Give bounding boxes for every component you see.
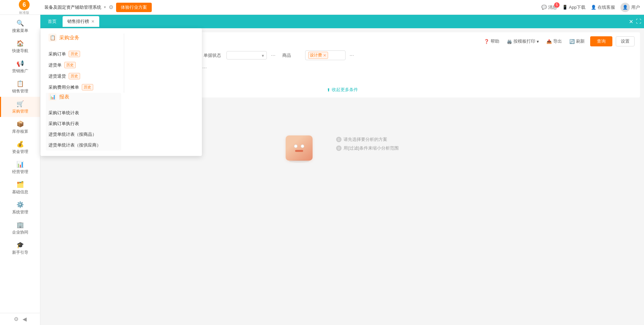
print-label: 按模板打印 [513,38,535,44]
refresh-icon: 🔄 [569,39,575,44]
help-label: 帮助 [491,38,499,44]
salesperson-dots[interactable]: ··· [201,65,208,71]
empty-hint1: 请先选择要分析的方案 [344,135,387,144]
message-icon: 💬 [541,5,547,10]
online-service-item[interactable]: 👤 在线客服 [591,4,615,10]
collapse-btn[interactable]: ⬆ 收起更多条件 [327,85,358,93]
menu-section-purchase: 📋 采购业务 采购订单 历史 进货单 历史 进货退货 历史 采购费用分摊单 历史 [46,34,121,93]
doc-status-select-wrap[interactable] [226,51,267,59]
print-btn[interactable]: 🖨️ 按模板打印 ▾ [505,37,541,46]
sidebar-item-search[interactable]: 🔍 搜索菜单 [0,16,40,36]
step1-num: ① [336,137,342,142]
menu-divider [124,34,124,93]
home-icon: 🏠 [16,40,24,47]
doc-status-label: 单据状态 [204,52,224,58]
menu-item-order-summary-label: 采购订单统计表 [48,110,79,116]
doc-status-dots[interactable]: ··· [270,52,277,58]
search-icon: 🔍 [16,19,24,27]
logo-icon: 6 [19,0,30,10]
menu-section-report: 📊 报表 采购订单统计表 采购订单执行表 进货单统计表（按商品） 进货单统计表（… [46,93,121,151]
collapse-label: 收起更多条件 [332,87,358,93]
user-item[interactable]: 👤 用户 [620,3,640,12]
report-section-icon: 📊 [48,93,57,101]
message-item[interactable]: 💬 消息 5 [541,4,557,10]
print-icon: 🖨️ [507,39,512,44]
goods-dots[interactable]: ··· [348,52,355,58]
tab-sales-rank[interactable]: 销售排行榜 ✕ [63,16,99,27]
menu-item-purchase-order[interactable]: 采购订单 历史 [48,48,118,59]
sidebar-item-system[interactable]: ⚙️ 系统管理 [0,198,40,218]
refresh-label: 刷新 [576,38,585,44]
menu-item-order-summary[interactable]: 采购订单统计表 [48,108,118,118]
sidebar-purchase-label: 采购管理 [12,109,28,114]
sidebar-collapse-icon[interactable]: ◀ [23,316,27,322]
menu-section-report-label: 报表 [59,94,69,100]
sidebar-item-capital[interactable]: 💰 资金管理 [0,137,40,157]
tab-bar-expand-icon[interactable]: ⛶ [636,18,641,25]
step2-num: ② [336,146,342,151]
enterprise-icon: 🏢 [16,221,24,229]
sidebar-item-enterprise[interactable]: 🏢 企业协同 [0,218,40,238]
sidebar-item-sales[interactable]: 📋 销售管理 [0,77,40,97]
active-indicator [0,97,1,117]
sidebar-marketing-label: 营销推广 [12,68,28,74]
sidebar-settings-icon[interactable]: ⚙ [14,316,19,322]
app-download-item[interactable]: 📱 App下载 [562,4,585,10]
phone-icon: 📱 [562,5,568,10]
sidebar: 🔍 搜索菜单 🏠 快捷导航 📢 营销推广 📋 销售管理 🛒 采购管理 📦 库存核… [0,15,40,325]
print-dropdown-icon[interactable]: ▾ [537,39,539,44]
sidebar-item-quick[interactable]: 🏠 快捷导航 [0,36,40,56]
sales-icon: 📋 [16,80,24,87]
doc-status-select[interactable] [226,51,267,59]
menu-item-receipt-by-supplier-label: 进货单统计表（按供应商） [48,142,101,148]
menu-item-purchase-receipt[interactable]: 进货单 历史 [48,59,118,71]
sidebar-item-purchase[interactable]: 🛒 采购管理 [0,97,40,117]
message-badge: 5 [554,2,560,8]
menu-item-receipt-by-supplier[interactable]: 进货单统计表（按供应商） [48,140,118,151]
sidebar-quick-label: 快捷导航 [12,48,28,54]
purchase-return-history-badge: 历史 [69,73,80,79]
menu-item-purchase-receipt-label: 进货单 [48,62,62,68]
tab-bar-close-icon[interactable]: ✕ [629,18,633,25]
menu-item-purchase-return-label: 进货退货 [48,73,66,79]
tab-close-icon[interactable]: ✕ [91,19,95,24]
doc-status-filter-group: 单据状态 ··· [204,51,277,59]
help-btn[interactable]: ❓ 帮助 [482,37,501,46]
tab-home[interactable]: 首页 [43,16,61,27]
logo-area: 6 标准版 [4,0,44,15]
robot-body [286,135,313,161]
refresh-btn[interactable]: 🔄 刷新 [567,37,587,46]
industry-button[interactable]: 体验行业方案 [116,3,152,12]
menu-item-purchase-cost[interactable]: 采购费用分摊单 历史 [48,82,118,93]
online-service-label: 在线客服 [598,4,615,10]
sidebar-newbie-label: 新手引导 [12,250,28,255]
menu-section-report-title: 📊 报表 [48,93,118,104]
sidebar-inventory-label: 库存核算 [12,129,28,134]
goods-tag-close[interactable]: ✕ [323,53,326,58]
menu-section-purchase-label: 采购业务 [59,35,79,41]
menu-item-purchase-return[interactable]: 进货退货 历史 [48,71,118,82]
header-middle: 装备及固定资产辅助管理系统 ▾ ⚙ 体验行业方案 [44,3,541,12]
marketing-icon: 📢 [16,60,24,67]
settings-button[interactable]: 设置 [616,36,635,46]
goods-tag-control[interactable]: 设计费 ✕ [305,50,346,60]
sidebar-operation-label: 经营管理 [12,169,28,175]
sidebar-capital-label: 资金管理 [12,149,28,155]
sidebar-item-basic[interactable]: 🗂️ 基础信息 [0,177,40,198]
purchase-section-icon: 📋 [48,34,57,42]
system-dropdown-arrow[interactable]: ▾ [104,5,106,9]
sidebar-item-operation[interactable]: 📊 经营管理 [0,157,40,177]
query-button[interactable]: 查询 [590,36,612,46]
export-btn[interactable]: 📤 导出 [544,37,564,46]
tab-sales-rank-label: 销售排行榜 [67,18,89,25]
sidebar-item-inventory[interactable]: 📦 库存核算 [0,117,40,137]
system-settings-icon[interactable]: ⚙ [109,4,113,10]
tab-bar-right: ✕ ⛶ [629,18,641,25]
sidebar-item-marketing[interactable]: 📢 营销推广 [0,56,40,77]
sidebar-sales-label: 销售管理 [12,88,28,94]
top-header: 6 标准版 装备及固定资产辅助管理系统 ▾ ⚙ 体验行业方案 💬 消息 5 📱 … [0,0,644,15]
menu-item-order-execution[interactable]: 采购订单执行表 [48,118,118,129]
menu-item-receipt-by-goods[interactable]: 进货单统计表（按商品） [48,129,118,140]
sidebar-item-newbie[interactable]: 🎓 新手引导 [0,238,40,258]
operation-icon: 📊 [16,161,24,168]
